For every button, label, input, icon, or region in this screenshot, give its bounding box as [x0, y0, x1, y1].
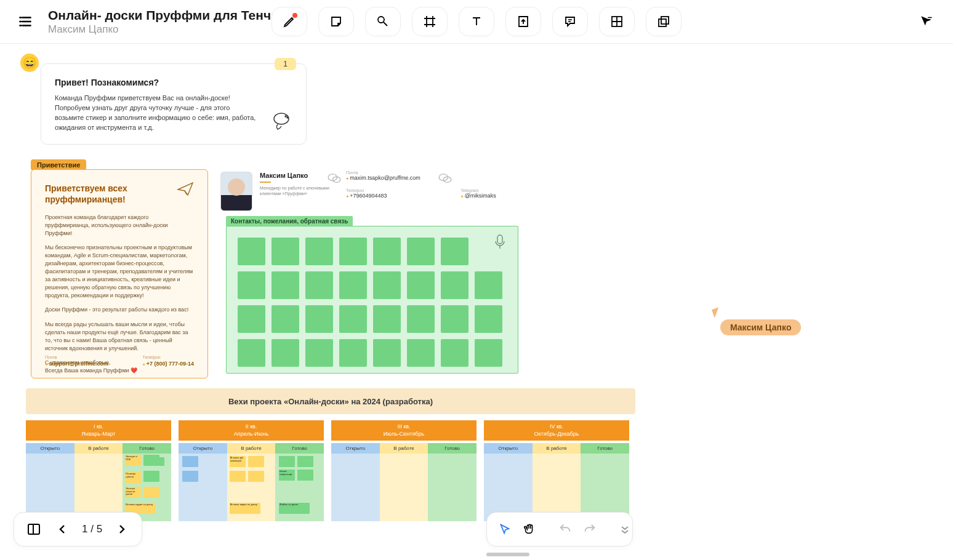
list-icon [17, 14, 33, 30]
status-work: В работе [380, 443, 428, 454]
sticky-note[interactable] [373, 305, 401, 333]
sticky-note[interactable] [339, 238, 367, 265]
sticky-note[interactable] [441, 305, 468, 333]
quarter-column[interactable]: II кв.Апрель-Июнь Открыто В работе Готов… [179, 420, 324, 521]
sticky-note[interactable] [441, 339, 468, 367]
quarter-header: III кв.Июль-Сентябрь [331, 420, 476, 441]
sticky-note[interactable] [373, 271, 401, 299]
remote-cursor-name: Максим Цапко [720, 319, 801, 335]
profile-accent-line [260, 182, 271, 183]
intro-card[interactable]: 1 Привет! Познакомимся? Команда Пруффми … [41, 63, 307, 145]
sticky-note[interactable] [271, 238, 299, 265]
status-done: Готово [581, 443, 629, 454]
profile-email-label: Почта [346, 170, 420, 175]
sticky-note[interactable] [373, 238, 401, 265]
text-tool[interactable] [459, 7, 494, 36]
comment-tool[interactable] [552, 7, 588, 36]
sticky-note[interactable] [339, 305, 367, 333]
select-mode-button[interactable] [498, 520, 512, 538]
welcome-p4: Мы всегда рады услышать ваши мысли и иде… [45, 321, 194, 353]
status-open: Открыто [26, 443, 74, 454]
svg-point-5 [285, 116, 286, 117]
status-done: Готово [275, 443, 324, 454]
sticky-note[interactable] [238, 339, 265, 367]
sticky-note[interactable] [373, 339, 401, 367]
table-icon [609, 14, 624, 29]
status-work: В работе [227, 443, 276, 454]
quarter-status-row: Открыто В работе Готово [179, 443, 324, 454]
welcome-footer: Почта support@pruffme.com Телефон +7 (80… [45, 355, 194, 367]
sticky-note-icon [329, 14, 344, 29]
quarter-column[interactable]: IV кв.Октябрь-Декабрь Открыто В работе Г… [484, 420, 629, 521]
sticky-note[interactable] [339, 271, 367, 299]
sticky-note[interactable] [271, 339, 299, 367]
welcome-card[interactable]: Приветствуем всех пруффмирианцев! Проект… [31, 169, 208, 378]
board-title: Онлайн- доски Пруффми для Тенчат [48, 7, 284, 23]
redo-button[interactable] [583, 520, 597, 538]
upload-tool[interactable] [505, 7, 541, 36]
sticky-note[interactable] [475, 305, 502, 333]
remote-cursor: Максим Цапко [713, 308, 801, 335]
frame-icon [422, 14, 437, 29]
pointer-icon [498, 522, 512, 536]
sticky-note[interactable] [407, 271, 435, 299]
collapse-button[interactable] [619, 520, 631, 538]
status-open: Открыто [484, 443, 533, 454]
shape-icon [376, 14, 390, 29]
board-author: Максим Цапко [48, 23, 284, 36]
board-canvas[interactable]: 😄 1 Привет! Познакомимся? Команда Пруффм… [0, 44, 953, 560]
sticky-note[interactable] [271, 305, 299, 333]
templates-tool[interactable] [646, 7, 682, 36]
prev-page-button[interactable] [54, 521, 71, 538]
shape-tool[interactable] [365, 7, 401, 36]
sticky-note[interactable] [305, 238, 333, 265]
sticky-note[interactable] [238, 305, 265, 333]
sticky-note[interactable] [339, 339, 367, 367]
presentation-button[interactable] [919, 14, 935, 32]
quarter-column[interactable]: III кв.Июль-Сентябрь Открыто В работе Го… [331, 420, 476, 521]
undo-button[interactable] [558, 520, 572, 538]
pen-tool[interactable] [271, 7, 307, 36]
quarter-column[interactable]: I кв.Январь-Март Открыто В работе Готово… [26, 420, 171, 521]
svg-rect-3 [659, 19, 666, 26]
welcome-email: support@pruffme.com [45, 361, 108, 367]
frames-panel-button[interactable] [25, 521, 42, 538]
menu-button[interactable] [14, 10, 37, 33]
profile-block: Максим Цапко Менеджер по работе с ключев… [220, 172, 340, 211]
welcome-email-label: Почта [45, 355, 108, 359]
horizontal-scrollbar[interactable] [486, 553, 529, 556]
status-work: В работе [533, 443, 581, 454]
quarter-status-row: Открыто В работе Готово [484, 443, 629, 454]
milestones-quarters: I кв.Январь-Март Открыто В работе Готово… [26, 420, 629, 521]
welcome-phone-label: Телефон [143, 355, 195, 359]
profile-email: maxim.tsapko@pruffme.com [346, 175, 420, 181]
sticky-note[interactable] [441, 271, 468, 299]
profile-telegram: @miksimaks [461, 193, 496, 199]
sticky-note[interactable] [475, 271, 502, 299]
sticky-note[interactable] [305, 339, 333, 367]
frame-tool[interactable] [412, 7, 448, 36]
sticky-note-tool[interactable] [318, 7, 354, 36]
table-tool[interactable] [599, 7, 635, 36]
sticky-note[interactable] [305, 271, 333, 299]
sticky-note[interactable] [238, 271, 265, 299]
page-navigator: 1 / 5 [14, 512, 142, 546]
sticky-note[interactable] [475, 339, 502, 367]
profile-phone-label: Телефон [346, 188, 387, 193]
hand-mode-button[interactable] [523, 520, 536, 538]
welcome-p3: Доски Пруффми - это результат работы каж… [45, 306, 194, 314]
next-page-button[interactable] [113, 521, 131, 538]
hand-icon [523, 522, 536, 536]
sticky-note[interactable] [271, 271, 299, 299]
chat-hand-icon [273, 112, 294, 133]
paper-plane-icon [177, 181, 195, 199]
sticky-note[interactable] [407, 238, 435, 265]
feedback-frame[interactable] [226, 226, 518, 374]
panel-icon [26, 522, 41, 537]
sticky-note[interactable] [441, 238, 468, 265]
sticky-note[interactable] [238, 238, 265, 265]
sticky-note[interactable] [305, 305, 333, 333]
sticky-note[interactable] [407, 339, 435, 367]
sticky-note[interactable] [407, 305, 435, 333]
intro-title: Привет! Познакомимся? [55, 78, 292, 87]
